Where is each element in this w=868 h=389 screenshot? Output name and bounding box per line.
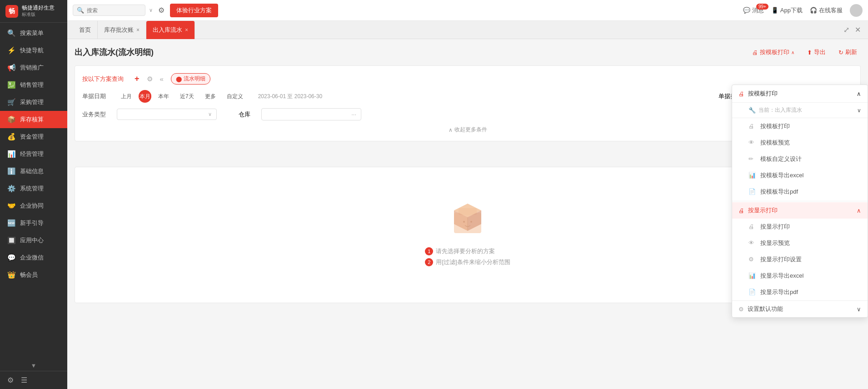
- template-export-excel-item[interactable]: 📊 按模板导出excel: [732, 167, 868, 184]
- menu-toggle-icon[interactable]: ☰: [21, 376, 27, 384]
- sidebar-item-marketing[interactable]: 📢 营销推广: [0, 59, 67, 76]
- warehouse-select[interactable]: ···: [261, 108, 361, 120]
- sidebar-item-label-operations: 经营管理: [20, 150, 44, 158]
- sidebar-item-wechat[interactable]: 💬 企业微信: [0, 249, 67, 266]
- sidebar-item-basic[interactable]: ℹ️ 基础信息: [0, 163, 67, 180]
- filter-top-row: 按以下方案查询 + ⚙ « ⬤ 流水明细: [82, 73, 853, 85]
- search-input[interactable]: [87, 7, 141, 14]
- online-service-label: 在线客服: [819, 6, 843, 15]
- display-print-settings-item[interactable]: ⚙ 按显示打印设置: [732, 251, 868, 268]
- maximize-window-icon[interactable]: ⤢: [842, 24, 851, 36]
- warehouse-more-icon[interactable]: ···: [351, 111, 356, 118]
- footer-chevron-icon[interactable]: ∨: [857, 306, 861, 313]
- svg-point-6: [463, 221, 465, 223]
- sidebar-item-collab[interactable]: 🤝 企业协同: [0, 197, 67, 214]
- display-header-label: 按显示打印: [748, 206, 778, 214]
- dropdown-footer[interactable]: ⚙ 设置默认功能 ∨: [732, 300, 868, 317]
- tab-flow[interactable]: 出入库流水×: [146, 21, 195, 39]
- sidebar-item-inventory[interactable]: 📦 库存核算: [0, 111, 67, 128]
- user-avatar[interactable]: [850, 4, 863, 17]
- date-option-本年[interactable]: 本年: [154, 91, 173, 102]
- close-window-icon[interactable]: ✕: [853, 24, 863, 36]
- marketing-icon: 📢: [7, 64, 15, 72]
- date-option-本月[interactable]: 本月: [139, 90, 151, 103]
- online-service-item[interactable]: 🎧 在线客服: [810, 6, 843, 15]
- active-filter-tag[interactable]: ⬤ 流水明细: [171, 73, 210, 85]
- tab-label-batch: 库存批次账: [104, 26, 134, 34]
- default-settings-icon: ⚙: [738, 306, 744, 313]
- empty-step-2: 2 用[过滤]条件来缩小分析范围: [425, 258, 510, 266]
- sidebar-item-label-sales: 销售管理: [20, 81, 44, 89]
- settings-icon[interactable]: ⚙: [7, 376, 14, 384]
- sidebar-item-apps[interactable]: 🔲 应用中心: [0, 232, 67, 249]
- filter-gear-icon[interactable]: ⚙: [147, 75, 153, 83]
- filter-collapse-icon[interactable]: «: [160, 75, 164, 83]
- template-print-item[interactable]: 🖨 按模板打印: [732, 118, 868, 135]
- sidebar-item-purchase[interactable]: 🛒 采购管理: [0, 94, 67, 111]
- sidebar-item-operations[interactable]: 📊 经营管理: [0, 145, 67, 163]
- filter-add-btn[interactable]: +: [135, 74, 140, 84]
- app-download-item[interactable]: 📱 App下载: [771, 6, 803, 15]
- search-icon: 🔍: [77, 7, 84, 14]
- sidebar-item-quicknav[interactable]: ⚡ 快捷导航: [0, 42, 67, 59]
- sidebar-item-label-basic: 基础信息: [20, 167, 44, 175]
- dropdown-footer-left: ⚙ 设置默认功能: [738, 305, 783, 313]
- sidebar-item-guide[interactable]: 🆕 新手引导: [0, 214, 67, 232]
- dropdown-current[interactable]: 🔧 当前：出入库流水 ∨: [732, 103, 868, 118]
- sidebar-item-label-member: 畅会员: [20, 271, 38, 279]
- dropdown-header-left: 🖨 按模板打印: [738, 90, 778, 98]
- finance-icon: 💰: [7, 133, 15, 141]
- topbar-search-box[interactable]: 🔍: [73, 5, 145, 16]
- template-preview-item[interactable]: 👁 按模板预览: [732, 135, 868, 151]
- tab-batch[interactable]: 库存批次账×: [98, 21, 146, 39]
- display-header-collapse-icon[interactable]: ∧: [857, 207, 861, 214]
- app-download-icon: 📱: [771, 7, 778, 14]
- date-option-更多[interactable]: 更多: [201, 91, 220, 102]
- current-expand-icon[interactable]: ∨: [857, 107, 861, 114]
- biz-type-label: 业务类型: [82, 110, 110, 119]
- sidebar-item-label-search: 搜索菜单: [20, 29, 44, 37]
- sidebar-item-finance[interactable]: 💰 资金管理: [0, 128, 67, 145]
- tab-home[interactable]: 首页: [73, 21, 98, 39]
- current-label: 当前：出入库流水: [758, 106, 802, 114]
- date-option-自定义[interactable]: 自定义: [223, 91, 247, 102]
- refresh-btn[interactable]: ↻ 刷新: [835, 46, 861, 58]
- sidebar-item-sales[interactable]: 💹 销售管理: [0, 76, 67, 94]
- dropdown-divider: [732, 201, 868, 201]
- current-left: 🔧 当前：出入库流水: [748, 106, 802, 114]
- tab-close-batch[interactable]: ×: [136, 27, 140, 33]
- step2-text: 用[过滤]条件来缩小分析范围: [436, 258, 510, 266]
- sidebar-scroll-down[interactable]: ▼: [0, 360, 67, 371]
- display-print-item[interactable]: 🖨 按显示打印: [732, 219, 868, 235]
- step1-text: 请先选择要分析的方案: [436, 247, 495, 255]
- topbar-settings-icon[interactable]: ⚙: [158, 6, 165, 15]
- app-download-label: App下载: [780, 6, 803, 15]
- display-export-excel-item[interactable]: 📊 按显示导出excel: [732, 268, 868, 284]
- sidebar-item-label-guide: 新手引导: [20, 219, 44, 227]
- date-option-上月[interactable]: 上月: [117, 91, 136, 102]
- industry-btn[interactable]: 体验行业方案: [170, 4, 218, 17]
- print-dropdown-panel: 🖨 按模板打印 ∧ 🔧 当前：出入库流水 ∨ 🖨 按模板打印: [732, 85, 868, 318]
- print-template-btn[interactable]: 🖨 按模板打印 ∧: [748, 46, 798, 58]
- date-option-近7天[interactable]: 近7天: [176, 91, 198, 102]
- inventory-icon: 📦: [7, 115, 15, 124]
- display-header-icon: 🖨: [738, 207, 744, 214]
- message-item[interactable]: 💬 消息 99+: [743, 6, 764, 15]
- template-export-pdf-item[interactable]: 📄 按模板导出pdf: [732, 184, 868, 200]
- sidebar-item-member[interactable]: 👑 畅会员: [0, 266, 67, 284]
- sidebar-item-system[interactable]: ⚙️ 系统管理: [0, 180, 67, 197]
- display-export-pdf-item[interactable]: 📄 按显示导出pdf: [732, 284, 868, 300]
- dropdown-expand-icon[interactable]: ∧: [857, 90, 861, 97]
- display-section-header[interactable]: 🖨 按显示打印 ∧: [732, 202, 868, 219]
- template-custom-item[interactable]: ✏ 模板自定义设计: [732, 151, 868, 167]
- tab-close-flow[interactable]: ×: [185, 27, 188, 33]
- dropdown-header[interactable]: 🖨 按模板打印 ∧: [732, 85, 868, 103]
- sidebar-item-search[interactable]: 🔍 搜索菜单: [0, 25, 67, 42]
- export-btn[interactable]: ⬆ 导出: [803, 46, 829, 58]
- date-range-display: 2023-06-01 至 2023-06-30: [258, 93, 322, 100]
- display-preview-item[interactable]: 👁 按显示预览: [732, 235, 868, 251]
- search-chevron-icon[interactable]: ∨: [149, 7, 153, 13]
- biz-type-select[interactable]: ∨: [117, 109, 217, 120]
- display-excel-icon: 📊: [748, 272, 756, 279]
- print-chevron-icon: ∧: [791, 50, 794, 55]
